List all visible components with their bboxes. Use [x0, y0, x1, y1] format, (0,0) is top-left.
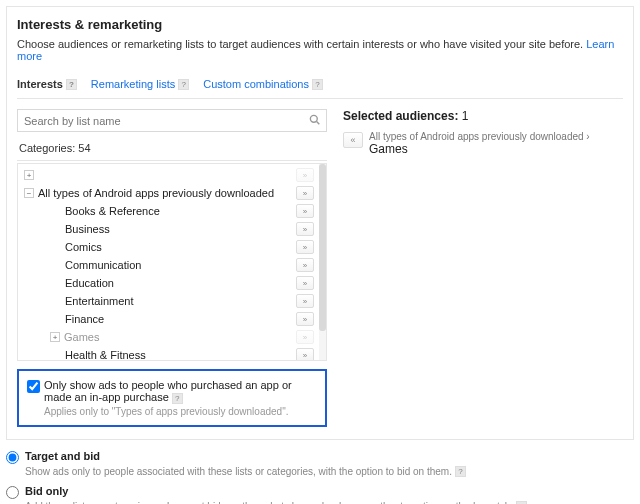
list-item[interactable]: +Games» [18, 328, 326, 346]
list-item[interactable]: Entertainment» [18, 292, 326, 310]
help-icon[interactable]: ? [66, 79, 77, 90]
tab-remarketing-lists[interactable]: Remarketing lists ? [91, 72, 189, 98]
category-tree: + » − All types of Android apps previous… [17, 163, 327, 361]
add-category-button[interactable]: » [296, 330, 314, 344]
add-category-button[interactable]: » [296, 186, 314, 200]
list-item[interactable]: Finance» [18, 310, 326, 328]
list-item[interactable]: Business» [18, 220, 326, 238]
tab-label: Custom combinations [203, 78, 309, 90]
collapse-toggle-icon[interactable]: − [24, 188, 34, 198]
category-label: Games [64, 331, 296, 343]
section-description: Choose audiences or remarketing lists to… [17, 38, 623, 62]
help-icon[interactable]: ? [455, 466, 466, 477]
add-category-button[interactable]: » [296, 276, 314, 290]
category-label: Finance [65, 313, 296, 325]
add-category-button[interactable]: » [296, 204, 314, 218]
svg-line-1 [317, 122, 320, 125]
list-item[interactable]: Health & Fitness» [18, 346, 326, 360]
svg-point-0 [310, 115, 317, 122]
targeting-mode-section: Target and bid Show ads only to people a… [6, 450, 634, 504]
category-label: Health & Fitness [65, 349, 296, 360]
expand-toggle-icon[interactable]: + [24, 170, 34, 180]
list-item[interactable]: Education» [18, 274, 326, 292]
category-label: Books & Reference [65, 205, 296, 217]
category-label: Comics [65, 241, 296, 253]
target-and-bid-title: Target and bid [25, 450, 100, 462]
category-label: Entertainment [65, 295, 296, 307]
target-and-bid-desc: Show ads only to people associated with … [25, 466, 452, 477]
selected-audience-name: Games [369, 142, 590, 156]
expand-toggle-icon[interactable]: + [50, 332, 60, 342]
section-title: Interests & remarketing [17, 17, 623, 32]
category-label: All types of Android apps previously dow… [38, 187, 296, 199]
selected-audiences-title: Selected audiences: 1 [343, 109, 623, 123]
list-item[interactable]: Comics» [18, 238, 326, 256]
scrollbar[interactable] [319, 164, 326, 360]
add-category-button[interactable]: » [296, 258, 314, 272]
selected-audience-path: All types of Android apps previously dow… [369, 131, 590, 142]
purchase-filter-box: Only show ads to people who purchased an… [17, 369, 327, 427]
add-category-button[interactable]: » [296, 348, 314, 360]
target-and-bid-radio[interactable] [6, 451, 19, 464]
purchase-filter-label: Only show ads to people who purchased an… [44, 379, 292, 403]
description-text: Choose audiences or remarketing lists to… [17, 38, 583, 50]
category-label: Communication [65, 259, 296, 271]
bid-only-radio[interactable] [6, 486, 19, 499]
tab-label: Interests [17, 78, 63, 90]
help-icon[interactable]: ? [178, 79, 189, 90]
tab-label: Remarketing lists [91, 78, 175, 90]
add-category-button[interactable]: » [296, 294, 314, 308]
list-item-parent[interactable]: − All types of Android apps previously d… [18, 184, 326, 202]
bid-only-title: Bid only [25, 485, 68, 497]
category-label: Business [65, 223, 296, 235]
remove-audience-button[interactable]: « [343, 132, 363, 148]
list-item[interactable]: + » [18, 166, 326, 184]
selected-audience-row: « All types of Android apps previously d… [343, 131, 623, 156]
help-icon[interactable]: ? [312, 79, 323, 90]
add-category-button[interactable]: » [296, 168, 314, 182]
list-item[interactable]: Communication» [18, 256, 326, 274]
add-category-button[interactable]: » [296, 240, 314, 254]
search-input[interactable] [24, 115, 309, 127]
help-icon[interactable]: ? [172, 393, 183, 404]
add-category-button[interactable]: » [296, 222, 314, 236]
tab-custom-combinations[interactable]: Custom combinations ? [203, 72, 323, 98]
search-input-wrap[interactable] [17, 109, 327, 132]
tab-interests[interactable]: Interests ? [17, 72, 77, 98]
purchase-filter-checkbox[interactable] [27, 380, 40, 393]
tabs-bar: Interests ? Remarketing lists ? Custom c… [17, 72, 623, 99]
selected-count: 1 [462, 109, 469, 123]
category-label: Education [65, 277, 296, 289]
list-item[interactable]: Books & Reference» [18, 202, 326, 220]
add-category-button[interactable]: » [296, 312, 314, 326]
categories-header: Categories: 54 [17, 138, 327, 161]
search-icon [309, 114, 320, 127]
purchase-filter-note: Applies only to "Types of apps previousl… [27, 406, 317, 417]
